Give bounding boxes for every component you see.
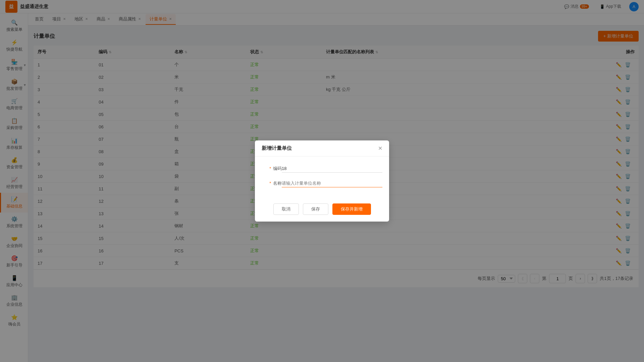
cancel-button[interactable]: 取消 <box>273 203 299 215</box>
name-required-mark: * <box>269 181 271 186</box>
modal-title: 新增计量单位 <box>262 145 292 152</box>
code-label: * 编码 <box>262 166 282 172</box>
modal-overlay[interactable]: 新增计量单位 ✕ * 编码 * 名称 取消 保存 保存并新增 <box>0 0 644 362</box>
name-input[interactable] <box>282 179 382 187</box>
save-and-new-button[interactable]: 保存并新增 <box>332 203 371 215</box>
name-label: * 名称 <box>262 180 282 186</box>
code-input[interactable] <box>282 165 382 173</box>
save-button[interactable]: 保存 <box>303 203 328 215</box>
modal-body: * 编码 * 名称 <box>255 157 389 199</box>
modal-footer: 取消 保存 保存并新增 <box>255 199 389 222</box>
modal-header: 新增计量单位 ✕ <box>255 140 389 157</box>
form-row-code: * 编码 <box>262 165 382 173</box>
form-row-name: * 名称 <box>262 179 382 187</box>
modal-close-button[interactable]: ✕ <box>378 145 382 152</box>
code-required-mark: * <box>269 166 271 171</box>
add-unit-modal: 新增计量单位 ✕ * 编码 * 名称 取消 保存 保存并新增 <box>255 140 389 222</box>
